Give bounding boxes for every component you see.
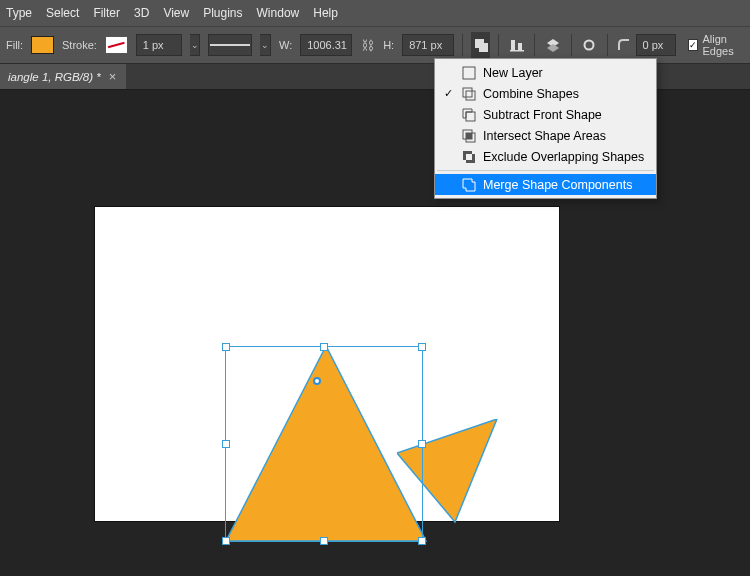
- document-tab[interactable]: iangle 1, RGB/8) * ×: [0, 64, 126, 89]
- resize-handle-nw[interactable]: [222, 343, 230, 351]
- exclude-icon: [461, 149, 477, 165]
- corner-radius-field[interactable]: 0 px: [636, 34, 676, 56]
- menu-item-label: Intersect Shape Areas: [483, 129, 606, 143]
- menu-view[interactable]: View: [163, 6, 189, 20]
- svg-rect-2: [511, 40, 515, 50]
- menu-type[interactable]: Type: [6, 6, 32, 20]
- h-label: H:: [383, 39, 394, 51]
- path-operations-menu[interactable]: New Layer ✓ Combine Shapes Subtract Fron…: [434, 58, 657, 199]
- stroke-width-field[interactable]: 1 px: [136, 34, 182, 56]
- menu-new-layer[interactable]: New Layer: [435, 62, 656, 83]
- resize-handle-w[interactable]: [222, 440, 230, 448]
- width-field[interactable]: 1006.31: [300, 34, 352, 56]
- svg-marker-6: [547, 44, 559, 52]
- merge-icon: [461, 177, 477, 193]
- svg-rect-11: [463, 67, 475, 79]
- stroke-swatch[interactable]: [105, 36, 128, 54]
- menu-3d[interactable]: 3D: [134, 6, 149, 20]
- separator: [571, 34, 572, 56]
- menu-window[interactable]: Window: [257, 6, 300, 20]
- menu-filter[interactable]: Filter: [93, 6, 120, 20]
- separator: [498, 34, 499, 56]
- stroke-label: Stroke:: [62, 39, 97, 51]
- separator: [607, 34, 608, 56]
- svg-rect-13: [466, 91, 475, 100]
- align-button[interactable]: [507, 32, 526, 58]
- svg-rect-17: [466, 133, 472, 139]
- stroke-width-caret[interactable]: ⌄: [190, 34, 201, 56]
- menu-combine-shapes[interactable]: ✓ Combine Shapes: [435, 83, 656, 104]
- gear-icon[interactable]: [579, 32, 598, 58]
- arrange-button[interactable]: [543, 32, 562, 58]
- svg-rect-14: [466, 112, 475, 121]
- menu-item-label: Merge Shape Components: [483, 178, 632, 192]
- stroke-style-caret[interactable]: ⌄: [260, 34, 271, 56]
- menu-divider: [437, 170, 654, 171]
- document-tab-title: iangle 1, RGB/8) *: [8, 71, 101, 83]
- menu-item-label: New Layer: [483, 66, 543, 80]
- separator: [534, 34, 535, 56]
- pathops-button[interactable]: [471, 32, 490, 58]
- app-menubar[interactable]: Type Select Filter 3D View Plugins Windo…: [0, 0, 750, 26]
- combine-icon: [461, 86, 477, 102]
- menu-merge-components[interactable]: Merge Shape Components: [435, 174, 656, 195]
- menu-item-label: Exclude Overlapping Shapes: [483, 150, 644, 164]
- align-edges-checkbox[interactable]: ✓: [688, 39, 698, 51]
- menu-plugins[interactable]: Plugins: [203, 6, 242, 20]
- menu-item-label: Subtract Front Shape: [483, 108, 602, 122]
- link-wh-icon[interactable]: ⛓: [360, 38, 375, 53]
- new-layer-icon: [461, 65, 477, 81]
- resize-handle-n[interactable]: [320, 343, 328, 351]
- align-edges-label: Align Edges: [703, 33, 745, 57]
- svg-rect-1: [479, 43, 488, 52]
- transform-origin[interactable]: [313, 377, 321, 385]
- resize-handle-ne[interactable]: [418, 343, 426, 351]
- selection-bounding-box[interactable]: [225, 346, 423, 542]
- menu-exclude-overlapping[interactable]: Exclude Overlapping Shapes: [435, 146, 656, 167]
- resize-handle-e[interactable]: [418, 440, 426, 448]
- svg-point-8: [588, 44, 591, 47]
- w-label: W:: [279, 39, 292, 51]
- svg-rect-20: [466, 154, 472, 160]
- resize-handle-se[interactable]: [418, 537, 426, 545]
- menu-help[interactable]: Help: [313, 6, 338, 20]
- close-tab-icon[interactable]: ×: [109, 69, 117, 84]
- menu-select[interactable]: Select: [46, 6, 79, 20]
- intersect-icon: [461, 128, 477, 144]
- subtract-icon: [461, 107, 477, 123]
- menu-intersect[interactable]: Intersect Shape Areas: [435, 125, 656, 146]
- align-edges-group[interactable]: ✓ Align Edges: [688, 33, 745, 57]
- fill-label: Fill:: [6, 39, 23, 51]
- resize-handle-sw[interactable]: [222, 537, 230, 545]
- separator: [462, 34, 463, 56]
- svg-rect-3: [518, 43, 522, 50]
- fill-swatch[interactable]: [31, 36, 54, 54]
- menu-item-label: Combine Shapes: [483, 87, 579, 101]
- resize-handle-s[interactable]: [320, 537, 328, 545]
- menu-subtract-front[interactable]: Subtract Front Shape: [435, 104, 656, 125]
- svg-rect-12: [463, 88, 472, 97]
- height-field[interactable]: 871 px: [402, 34, 454, 56]
- stroke-style[interactable]: [208, 34, 252, 56]
- corner-icon: [616, 37, 632, 53]
- checkmark-icon: ✓: [441, 87, 455, 100]
- svg-rect-4: [510, 50, 524, 52]
- corner-radius-group: 0 px: [616, 34, 676, 56]
